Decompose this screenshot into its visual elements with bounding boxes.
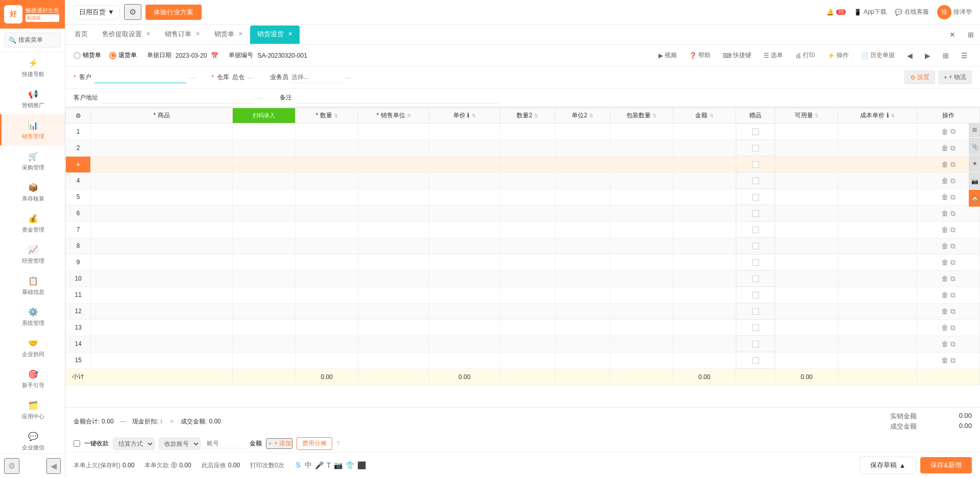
close-button[interactable]: ✕: [945, 29, 960, 41]
sort-icon-qty2[interactable]: ⇅: [534, 113, 538, 118]
sort-icon-qty[interactable]: ⇅: [334, 113, 338, 118]
right-panel-btn-1[interactable]: ⊞: [969, 122, 980, 137]
sort-icon-cost[interactable]: ⇅: [891, 113, 895, 118]
video-btn[interactable]: ▶ 视频: [654, 49, 681, 62]
right-panel-btn-2[interactable]: 📎: [969, 138, 980, 155]
radio-sale[interactable]: 销货单: [74, 51, 101, 60]
sidebar-settings-button[interactable]: ⚙: [4, 458, 19, 474]
sidebar-item-guide[interactable]: 🎯 新手引导: [0, 363, 65, 394]
delete-row-4-icon[interactable]: 🗑: [941, 177, 948, 185]
tab-close-sale-price[interactable]: ✕: [146, 31, 151, 37]
product-input-3[interactable]: [94, 161, 229, 168]
tab-sale-return[interactable]: 销货退货 ✕: [250, 26, 300, 44]
gift-checkbox-12[interactable]: [752, 308, 759, 315]
delete-row-14-icon[interactable]: 🗑: [941, 340, 948, 348]
print-btn[interactable]: 🖨 打印: [791, 49, 819, 62]
sidebar-item-marketing[interactable]: 📢 营销推广: [0, 83, 65, 114]
copy-row-2-icon[interactable]: ⧉: [950, 144, 955, 153]
notification-item[interactable]: 🔔 70: [826, 9, 846, 16]
sort-icon-available[interactable]: ⇅: [815, 113, 819, 118]
delete-row-9-icon[interactable]: 🗑: [941, 258, 948, 266]
staff-input[interactable]: [291, 71, 342, 83]
copy-row-8-icon[interactable]: ⧉: [950, 242, 955, 250]
gift-checkbox-6[interactable]: [752, 210, 759, 217]
gift-checkbox-5[interactable]: [752, 194, 759, 200]
save-new-button[interactable]: 保存&新增: [920, 457, 972, 473]
copy-row-12-icon[interactable]: ⧉: [950, 307, 955, 316]
sidebar-item-sales[interactable]: 📊 销售管理: [0, 114, 65, 145]
add-expense-button[interactable]: ＋ + 添加: [266, 438, 292, 449]
tab-sale-delivery[interactable]: 销货单 ✕: [207, 26, 250, 44]
sidebar-item-basic-info[interactable]: 📋 基础信息: [0, 270, 65, 301]
zhong-icon[interactable]: 中: [305, 461, 312, 470]
delete-row-6-icon[interactable]: 🗑: [941, 209, 948, 217]
scan-input-btn[interactable]: 扫码录入: [250, 111, 278, 119]
gift-checkbox-4[interactable]: [752, 178, 759, 184]
sidebar-item-app-center[interactable]: 🗂️ 应用中心: [0, 394, 65, 425]
camera-icon[interactable]: 📷: [334, 461, 342, 469]
operate-btn[interactable]: ⚡ 操作: [823, 49, 853, 62]
copy-row-1-icon[interactable]: ⧉: [950, 127, 955, 136]
sort-icon-unit2[interactable]: ⇅: [589, 113, 593, 118]
delete-row-1-icon[interactable]: 🗑: [941, 128, 948, 136]
tab-close-sale-return[interactable]: ✕: [288, 31, 292, 37]
delete-row-10-icon[interactable]: 🗑: [941, 274, 948, 283]
delete-row-2-icon[interactable]: 🗑: [941, 144, 948, 152]
sidebar-item-finance[interactable]: 💰 资金管理: [0, 208, 65, 239]
copy-row-9-icon[interactable]: ⧉: [950, 258, 955, 267]
gift-checkbox-14[interactable]: [752, 341, 759, 347]
right-panel-btn-5[interactable]: 🏠: [969, 190, 980, 207]
account-select[interactable]: 收款账号: [159, 438, 201, 450]
gift-checkbox-7[interactable]: [752, 227, 759, 233]
delete-row-15-icon[interactable]: 🗑: [941, 356, 948, 364]
tab-sale-price[interactable]: 售价提取设置 ✕: [95, 26, 158, 44]
right-panel-btn-4[interactable]: 📷: [969, 172, 980, 189]
copy-row-13-icon[interactable]: ⧉: [950, 323, 955, 332]
sort-icon-pkg[interactable]: ⇅: [652, 113, 656, 118]
tab-close-sale-order[interactable]: ✕: [195, 31, 200, 37]
expense-help-icon[interactable]: ?: [336, 440, 340, 447]
delete-row-3-icon[interactable]: 🗑: [941, 160, 948, 168]
sidebar-item-purchase[interactable]: 🛒 采购管理: [0, 145, 65, 177]
gift-checkbox-2[interactable]: [752, 145, 759, 152]
delete-row-11-icon[interactable]: 🗑: [941, 291, 948, 299]
settings-col-icon[interactable]: ⚙: [76, 112, 81, 119]
calendar-icon[interactable]: 📅: [211, 52, 218, 59]
tab-sale-order[interactable]: 销售订单 ✕: [158, 26, 207, 44]
daily-goods-select[interactable]: 日用百货 ▼: [74, 5, 120, 19]
add-logistics-button[interactable]: + + 物流: [938, 70, 972, 84]
warehouse-picker-icon[interactable]: ···: [248, 73, 254, 82]
tab-home[interactable]: 首页: [67, 26, 95, 44]
help-btn[interactable]: ❓ 帮助: [685, 49, 715, 62]
delete-row-5-icon[interactable]: 🗑: [941, 193, 948, 201]
gift-checkbox-13[interactable]: [752, 324, 759, 331]
customer-input[interactable]: [94, 71, 186, 83]
qr-icon[interactable]: ⬛: [357, 461, 366, 469]
user-profile-item[interactable]: 徐 徐泽华: [937, 5, 972, 19]
experience-plan-button[interactable]: 体验行业方案: [145, 5, 202, 20]
copy-row-11-icon[interactable]: ⧉: [950, 291, 955, 299]
sidebar-item-enterprise-wechat[interactable]: 💬 企业微信: [0, 425, 65, 454]
copy-row-7-icon[interactable]: ⧉: [950, 225, 955, 234]
gift-checkbox-15[interactable]: [752, 357, 759, 364]
text-icon[interactable]: T: [327, 461, 331, 469]
gift-checkbox-1[interactable]: [752, 129, 759, 135]
delete-row-7-icon[interactable]: 🗑: [941, 225, 948, 234]
sidebar-item-enterprise[interactable]: 🤝 企业协同: [0, 332, 65, 363]
app-download-item[interactable]: 📱 App下载: [854, 8, 887, 16]
delete-row-13-icon[interactable]: 🗑: [941, 323, 948, 332]
gift-checkbox-11[interactable]: [752, 292, 759, 298]
gift-checkbox-9[interactable]: [752, 259, 759, 266]
remark-input[interactable]: [295, 92, 499, 104]
sort-icon-unit[interactable]: ⇅: [407, 113, 411, 118]
sidebar-item-system[interactable]: ⚙️ 系统管理: [0, 301, 65, 332]
address-input[interactable]: [101, 92, 254, 104]
gift-checkbox-10[interactable]: [752, 275, 759, 282]
sort-icon-amount[interactable]: ⇅: [709, 113, 714, 118]
staff-picker-icon[interactable]: ···: [346, 73, 352, 82]
gift-checkbox-8[interactable]: [752, 243, 759, 249]
expense-split-button[interactable]: 费用分摊: [297, 437, 332, 450]
sidebar-item-quick-nav[interactable]: ⚡ 快捷导航: [0, 52, 65, 83]
settings-button[interactable]: ⚙ 设置: [904, 70, 935, 84]
save-draft-button[interactable]: 保存草稿 ▲: [860, 457, 916, 474]
